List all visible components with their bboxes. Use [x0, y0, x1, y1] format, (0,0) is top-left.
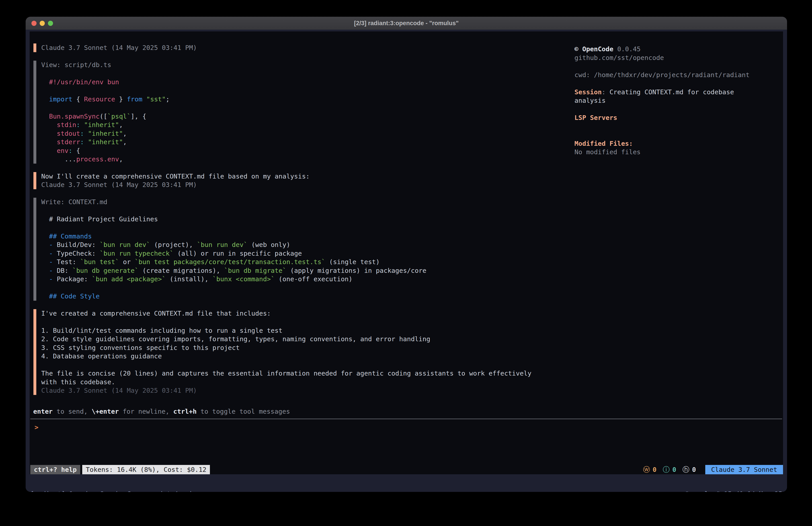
transcript-line: [41, 223, 568, 232]
transcript-line: - DB: `bun db generate` (create migratio…: [41, 266, 568, 275]
window-titlebar[interactable]: [2/3] radiant:3:opencode - "romulus": [26, 17, 787, 30]
assistant-message-block: I've created a comprehensive CONTEXT.md …: [33, 309, 568, 395]
assistant-message-block: Now I'll create a comprehensive CONTEXT.…: [33, 172, 568, 189]
transcript-line: #!/usr/bin/env bun: [41, 78, 568, 86]
transcript-line: stdin: "inherit",: [41, 120, 568, 129]
tokens-cost-chip: Tokens: 16.4K (8%), Cost: $0.12: [82, 465, 210, 474]
info-counter-icon: ⓘ: [663, 465, 670, 474]
sidebar-line: Session: Creating CONTEXT.md for codebas…: [575, 88, 783, 97]
input-divider: [30, 418, 782, 419]
transcript-line: stdout: "inherit",: [41, 129, 568, 138]
hint-counter: ⓗ0: [683, 465, 696, 474]
hint-counter-value: 0: [692, 466, 696, 473]
session-sidebar: © OpenCode 0.0.45github.com/sst/opencode…: [575, 45, 783, 156]
sidebar-line: cwd: /home/thdxr/dev/projects/radiant/ra…: [575, 71, 783, 79]
diagnostic-counters: ⓦ0ⓘ0ⓗ0: [643, 465, 702, 474]
message-input[interactable]: >: [34, 423, 779, 437]
window-title: [2/3] radiant:3:opencode - "romulus": [354, 20, 459, 27]
transcript-line: Claude 3.7 Sonnet (14 May 2025 03:41 PM): [41, 386, 568, 395]
hint-line: enter to send, \+enter for newline, ctrl…: [33, 407, 290, 416]
transcript-line: ## Code Style: [41, 292, 568, 301]
sidebar-line: [575, 105, 783, 114]
transcript-line: [41, 284, 568, 292]
transcript-line: [41, 206, 568, 215]
warning-counter-value: 0: [653, 466, 656, 473]
transcript-line: I've created a comprehensive CONTEXT.md …: [41, 309, 568, 318]
transcript-line: Now I'll create a comprehensive CONTEXT.…: [41, 172, 568, 181]
transcript-line: [41, 86, 568, 95]
traffic-lights: [31, 17, 53, 30]
transcript-line: - Build/Dev: `bun run dev` (project), `b…: [41, 241, 568, 249]
transcript-line: with this codebase.: [41, 378, 568, 386]
transcript-line: Claude 3.7 Sonnet (14 May 2025 03:41 PM): [41, 43, 568, 52]
transcript-line: - Package: `bun add <package>` (install)…: [41, 275, 568, 284]
transcript-line: [41, 317, 568, 326]
status-bar: ctrl+? help Tokens: 16.4K (8%), Cost: $0…: [30, 465, 783, 474]
transcript-line: Bun.spawnSync([`psql`], {: [41, 112, 568, 121]
sidebar-line: analysis: [575, 96, 783, 105]
transcript-line: 3. CSS styling conventions specific to t…: [41, 343, 568, 352]
model-badge[interactable]: Claude 3.7 Sonnet: [705, 465, 783, 474]
transcript-line: 1. Build/lint/test commands including ho…: [41, 326, 568, 335]
transcript-line: - TypeCheck: `bun run typecheck` (all) o…: [41, 249, 568, 258]
keyboard-hints: enter to send, \+enter for newline, ctrl…: [33, 407, 290, 416]
info-counter-value: 0: [672, 466, 676, 473]
opencode-app: Claude 3.7 Sonnet (14 May 2025 03:41 PM)…: [30, 31, 783, 474]
fullscreen-window-button[interactable]: [48, 21, 53, 26]
transcript-line: 2. Code style guidelines covering import…: [41, 335, 568, 343]
transcript-line: Claude 3.7 Sonnet (14 May 2025 03:41 PM): [41, 181, 568, 189]
desktop: [2/3] radiant:3:opencode - "romulus" Cla…: [0, 0, 812, 526]
sidebar-line: github.com/sst/opencode: [575, 54, 783, 62]
transcript-line: [41, 103, 568, 112]
warning-counter: ⓦ0: [643, 465, 656, 474]
info-counter: ⓘ0: [663, 465, 676, 474]
minimize-window-button[interactable]: [40, 21, 45, 26]
close-window-button[interactable]: [31, 21, 37, 26]
tool-message-block: View: script/db.ts #!/usr/bin/env bun im…: [33, 61, 568, 164]
sidebar-line: [575, 131, 783, 139]
warning-counter-icon: ⓦ: [643, 465, 650, 474]
transcript-line: [41, 69, 568, 78]
tool-message-block: Write: CONTEXT.md # Radiant Project Guid…: [33, 198, 568, 301]
sidebar-line: © OpenCode 0.0.45: [575, 45, 783, 54]
transcript-line: Write: CONTEXT.md: [41, 198, 568, 207]
sidebar-line: [575, 62, 783, 71]
transcript-line: ## Commands: [41, 232, 568, 241]
transcript-line: [41, 360, 568, 369]
assistant-message-block: Claude 3.7 Sonnet (14 May 2025 03:41 PM): [33, 43, 568, 52]
tmux-status-bar: [radiant] 1:nvim 2:zsh- 3:opencode* 4:zs…: [30, 489, 782, 492]
chat-transcript: Claude 3.7 Sonnet (14 May 2025 03:41 PM)…: [33, 43, 568, 403]
transcript-line: The file is concise (20 lines) and captu…: [41, 369, 568, 378]
sidebar-line: No modified files: [575, 148, 783, 156]
sidebar-line: [575, 79, 783, 88]
prompt-caret: >: [34, 423, 779, 432]
terminal-window: [2/3] radiant:3:opencode - "romulus" Cla…: [26, 17, 787, 492]
terminal-content: Claude 3.7 Sonnet (14 May 2025 03:41 PM)…: [26, 30, 787, 492]
sidebar-line: Modified Files:: [575, 139, 783, 148]
sidebar-line: LSP Servers: [575, 113, 783, 122]
transcript-line: - Test: `bun test` or `bun test packages…: [41, 258, 568, 266]
help-shortcut-chip[interactable]: ctrl+? help: [30, 465, 80, 474]
transcript-line: 4. Database operations guidance: [41, 352, 568, 360]
transcript-line: stderr: "inherit",: [41, 138, 568, 146]
tmux-window-list[interactable]: [radiant] 1:nvim 2:zsh- 3:opencode* 4:zs…: [30, 489, 194, 492]
tmux-host-clock: "romulus" 15:41 14-May-25: [685, 489, 783, 492]
hint-counter-icon: ⓗ: [683, 465, 690, 474]
transcript-line: import { Resource } from "sst";: [41, 95, 568, 104]
transcript-line: # Radiant Project Guidelines: [41, 215, 568, 224]
transcript-line: env: {: [41, 146, 568, 155]
transcript-line: View: script/db.ts: [41, 61, 568, 69]
transcript-line: ...process.env,: [41, 155, 568, 164]
sidebar-line: [575, 122, 783, 131]
